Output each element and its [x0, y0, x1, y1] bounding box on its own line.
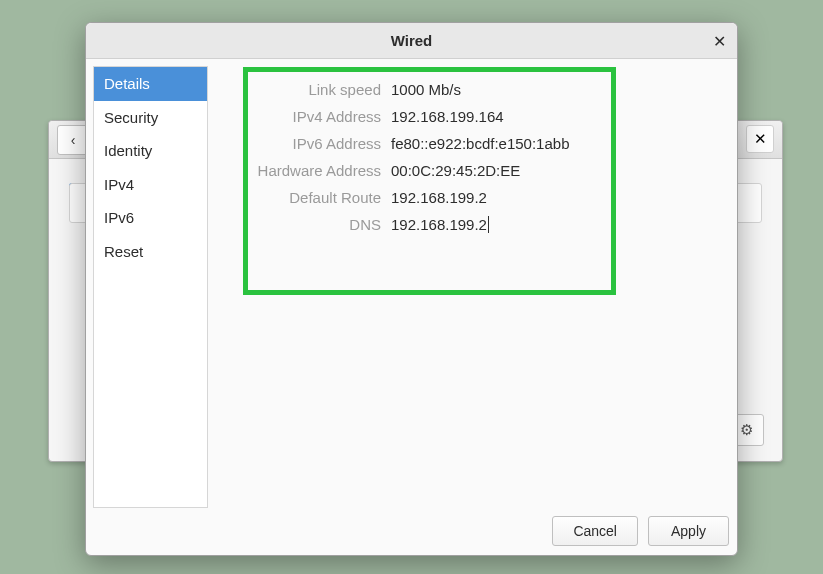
- sidebar-item-label: Reset: [104, 243, 143, 260]
- detail-row-ipv4: IPv4 Address 192.168.199.164: [226, 103, 712, 130]
- dialog-body: Details Security Identity IPv4 IPv6 Rese…: [86, 59, 737, 515]
- detail-value: 192.168.199.2: [391, 189, 487, 206]
- detail-value: 1000 Mb/s: [391, 81, 461, 98]
- sidebar-item-ipv6[interactable]: IPv6: [94, 201, 207, 235]
- modal-overlay: Wired ✕ Details Security Identity IPv4: [0, 0, 823, 574]
- settings-sidebar: Details Security Identity IPv4 IPv6 Rese…: [93, 66, 208, 508]
- sidebar-item-reset[interactable]: Reset: [94, 235, 207, 269]
- detail-label: Default Route: [226, 189, 381, 206]
- detail-label: IPv6 Address: [226, 135, 381, 152]
- detail-value: 00:0C:29:45:2D:EE: [391, 162, 520, 179]
- close-icon: ✕: [713, 32, 726, 51]
- detail-row-dns: DNS 192.168.199.2: [226, 211, 712, 238]
- dialog-header: Wired ✕: [86, 23, 737, 59]
- detail-label: IPv4 Address: [226, 108, 381, 125]
- cancel-button[interactable]: Cancel: [552, 516, 638, 546]
- detail-row-hardware: Hardware Address 00:0C:29:45:2D:EE: [226, 157, 712, 184]
- sidebar-item-identity[interactable]: Identity: [94, 134, 207, 168]
- dialog-footer: Cancel Apply: [86, 515, 737, 555]
- detail-label: DNS: [226, 216, 381, 233]
- detail-value: fe80::e922:bcdf:e150:1abb: [391, 135, 570, 152]
- sidebar-item-label: Details: [104, 75, 150, 92]
- detail-value: 192.168.199.2: [391, 216, 489, 233]
- detail-row-default-route: Default Route 192.168.199.2: [226, 184, 712, 211]
- detail-value: 192.168.199.164: [391, 108, 504, 125]
- sidebar-item-details[interactable]: Details: [94, 67, 207, 101]
- sidebar-item-label: IPv6: [104, 209, 134, 226]
- wired-settings-dialog: Wired ✕ Details Security Identity IPv4: [85, 22, 738, 556]
- sidebar-item-ipv4[interactable]: IPv4: [94, 168, 207, 202]
- detail-row-link-speed: Link speed 1000 Mb/s: [226, 76, 712, 103]
- detail-label: Hardware Address: [226, 162, 381, 179]
- sidebar-item-label: Identity: [104, 142, 152, 159]
- dialog-title: Wired: [391, 32, 433, 49]
- sidebar-item-label: IPv4: [104, 176, 134, 193]
- detail-label: Link speed: [226, 81, 381, 98]
- sidebar-item-label: Security: [104, 109, 158, 126]
- apply-button[interactable]: Apply: [648, 516, 729, 546]
- details-pane: Link speed 1000 Mb/s IPv4 Address 192.16…: [208, 66, 730, 508]
- dialog-close-button[interactable]: ✕: [707, 29, 731, 53]
- detail-row-ipv6: IPv6 Address fe80::e922:bcdf:e150:1abb: [226, 130, 712, 157]
- sidebar-item-security[interactable]: Security: [94, 101, 207, 135]
